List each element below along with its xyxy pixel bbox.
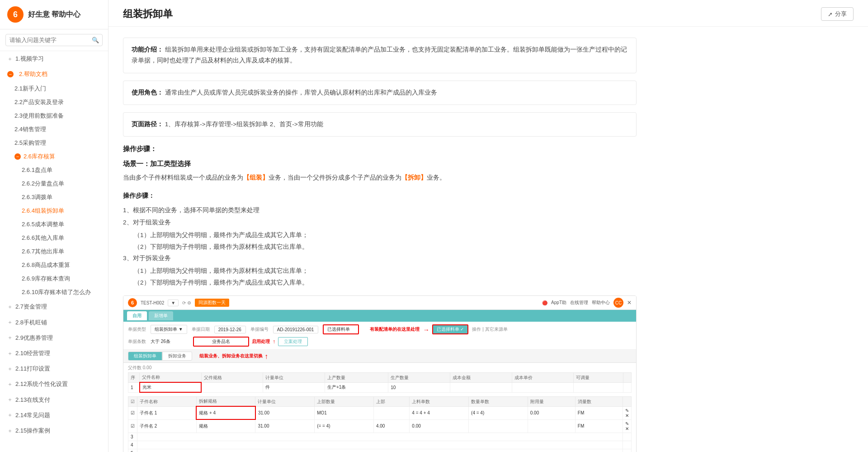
content-body: 功能介绍： 组装拆卸单用来处理企业组装或拆卸等加工业务，支持有固定装配清单的产品…: [108, 27, 651, 452]
sidebar-item-stock-error[interactable]: 2.6.10库存账本错了怎么办: [0, 285, 108, 299]
lt-cell-cb-2: ☑: [128, 419, 137, 433]
sidebar-item-stocktake[interactable]: 2.6.1盘点单: [0, 163, 108, 177]
col-parent-name-header: 父件名称: [140, 373, 202, 383]
lower-table-row-3: 3: [128, 433, 632, 441]
brand-name: 好生意 帮助中心: [28, 10, 80, 19]
plus-icon: ＋: [7, 350, 13, 357]
minus-circle-icon: －: [7, 70, 16, 78]
sidebar-item-cost-recalc[interactable]: 2.6.8商品成本重算: [0, 258, 108, 272]
annotation-2: 组装业务、拆卸业务在这里切换: [199, 353, 263, 359]
sidebar-item-install[interactable]: 2.2产品安装及登录: [0, 95, 108, 109]
sidebar-item-adjustment[interactable]: 2.6.3调拨单: [0, 190, 108, 204]
step3-sub2: （2）下部明细为子件明细，最终作为产成品生成其它入库单。: [134, 277, 637, 289]
sidebar-item-data-prep[interactable]: 2.3使用前数据准备: [0, 109, 108, 123]
lt-cell-uq-2: (= = 4): [315, 419, 374, 433]
step-list: 1、根据不同的业务，选择不同单据的类型来处理 2、对于组装业务 （1）上部明细为…: [123, 205, 637, 288]
lt-cell-3-act: [623, 433, 632, 441]
sidebar-item-partial-stocktake[interactable]: 2.6.2分量盘点单: [0, 177, 108, 190]
lower-table: ☑ 子件名称 拆解规格 计量单位 上部数量 上部 上料单数 数量单数 附用量 消…: [128, 396, 632, 452]
col-adjustable-header: 可调量: [574, 373, 623, 383]
app-avatar: CC: [613, 298, 623, 308]
sidebar-header: 6 好生意 帮助中心: [0, 0, 108, 29]
scene1-desc: 当由多个子件材料组装成一个成品的业务为【组装】业务，当由一个父件拆分成多个子产品…: [123, 172, 637, 184]
search-input[interactable]: [5, 34, 103, 46]
lt-cell-mq-2: 0.00: [410, 419, 469, 433]
lower-table-area: ☑ 子件名称 拆解规格 计量单位 上部数量 上部 上料单数 数量单数 附用量 消…: [123, 395, 636, 452]
lt-col-upper-qty: 上部数量: [315, 397, 374, 407]
sidebar-item-coupons[interactable]: ＋ 2.9优惠券管理: [0, 330, 108, 346]
lt-cell-act-1: ✎ ✕: [623, 406, 632, 419]
lt-cell-unit-1: 31.00: [255, 406, 315, 419]
app-topbar-btn: 同源图数一天: [195, 299, 229, 307]
sidebar-item-sales[interactable]: 2.4销售管理: [0, 123, 108, 136]
app-company: TEST-H002: [141, 300, 164, 305]
lt-cell-con-2: FM: [575, 419, 623, 433]
sidebar-item-docs[interactable]: － 2.帮助文档: [0, 67, 108, 82]
sidebar-item-print[interactable]: ＋ 2.11打印设置: [0, 361, 108, 376]
sidebar-item-assembly[interactable]: 2.6.4组装拆卸单: [0, 204, 108, 218]
sidebar-item-mobile[interactable]: ＋ 2.8手机旺铺: [0, 315, 108, 330]
cell-parent-spec: [201, 382, 263, 392]
share-button[interactable]: ➚ 分享: [821, 7, 854, 21]
tab-disassembly[interactable]: 拆卸业务: [162, 352, 192, 361]
sidebar-item-label: 2.帮助文档: [19, 70, 47, 78]
upper-table-area: 父件数 0.00 序 父件名称 父件规格 计量单位 上产数量 生产数量 成本金额: [123, 363, 636, 395]
screenshot-container: 6 TEST-H002 ▼ ⟳ ⚙ 同源图数一天 🔴 AppT助 在线管理 帮助…: [123, 295, 637, 452]
sidebar-item-other-out[interactable]: 2.6.7其他出库单: [0, 245, 108, 258]
app-logo-area: 6: [128, 298, 137, 307]
arrow-icon-1: →: [423, 326, 429, 333]
cell-planned: 生产+1条: [325, 382, 388, 392]
plus-icon: ＋: [7, 334, 13, 342]
lt-col-checkbox: ☑: [128, 397, 137, 407]
sidebar-item-other-in[interactable]: 2.6.6其他入库单: [0, 231, 108, 245]
sidebar-item-cases[interactable]: ＋ 2.15操作案例: [0, 423, 108, 438]
intro-label: 功能介绍：: [132, 46, 163, 53]
sidebar-item-stock-query[interactable]: 2.6.9库存账本查询: [0, 272, 108, 285]
cell-cost-unit: [512, 382, 574, 392]
upper-table-label: 父件数 0.00: [128, 365, 632, 371]
col-cost-unit-header: 成本单价: [512, 373, 574, 383]
search-icon: 🔍: [92, 37, 99, 43]
lt-cell-3: 3: [128, 433, 137, 441]
processing-field: 业务品名: [193, 337, 249, 347]
app-topbar: 6 TEST-H002 ▼ ⟳ ⚙ 同源图数一天 🔴 AppT助 在线管理 帮助…: [123, 296, 636, 310]
form-doctype-label: 单据类型: [128, 326, 146, 333]
selected-btn: 已选择料单 ✓: [432, 324, 469, 334]
cell-adjustable: [574, 382, 623, 392]
lt-cell-con-1: FM: [575, 406, 623, 419]
sidebar-item-custom[interactable]: ＋ 2.12系统个性化设置: [0, 376, 108, 392]
logo-icon: 6: [7, 6, 24, 23]
cell-action: [623, 382, 632, 392]
col-cost-amount-header: 成本金额: [450, 373, 512, 383]
app-icon-refresh: ⟳: [182, 300, 186, 305]
tab-assembly[interactable]: 组装拆卸单: [128, 352, 162, 361]
app-icon-manage: 在线管理: [570, 300, 588, 306]
sidebar-item-cost-adjust[interactable]: 2.6.5成本调整单: [0, 218, 108, 231]
main-content: 组装拆卸单 ➚ 分享 功能介绍： 组装拆卸单用来处理企业组装或拆卸等加工业务，支…: [108, 0, 868, 452]
step2-sub2: （2）下部明细为子件明细，最终作为原材料生成其它出库单。: [134, 241, 637, 253]
step3: 3、对于拆装业务: [123, 252, 637, 264]
sidebar-item-finance[interactable]: ＋ 2.7资金管理: [0, 299, 108, 314]
sidebar-item-faq[interactable]: ＋ 2.14常见问题: [0, 408, 108, 423]
sidebar-search-area[interactable]: 🔍: [0, 29, 108, 51]
lt-cell-att-1: 0.00: [528, 406, 575, 419]
lt-cell-qu-2: [469, 419, 528, 433]
app-icon-flag: 🔴: [542, 300, 547, 305]
sidebar-item-ops[interactable]: ＋ 2.10经营管理: [0, 346, 108, 361]
lt-cell-spec-1: 规格 + 4: [196, 406, 255, 419]
sidebar-item-purchase[interactable]: 2.5采购管理: [0, 136, 108, 150]
form-doctype-val: 组装拆卸单 ▼: [151, 325, 187, 334]
arrow-icon-3: ↑: [273, 338, 275, 345]
app-close-icon: ✕: [627, 300, 632, 306]
form-date-label: 单据日期: [192, 326, 210, 333]
plus-icon: ＋: [7, 411, 13, 419]
form-billno-val: AD-20191226-001: [273, 326, 318, 333]
sidebar-item-inventory[interactable]: － 2.6库存核算: [0, 150, 108, 163]
lt-cell-u-1: [373, 406, 409, 419]
lt-cell-5-rest: [137, 449, 623, 452]
sidebar-item-video[interactable]: ＋ 1.视频学习: [0, 51, 108, 67]
sidebar: 6 好生意 帮助中心 🔍 ＋ 1.视频学习 － 2.帮助文档 2.1新手入门 2…: [0, 0, 108, 452]
processing-area: 业务品名 启用处理 ↑ 立案处理: [193, 337, 308, 347]
sidebar-item-online-pay[interactable]: ＋ 2.13在线支付: [0, 392, 108, 408]
sidebar-item-new-user[interactable]: 2.1新手入门: [0, 82, 108, 95]
